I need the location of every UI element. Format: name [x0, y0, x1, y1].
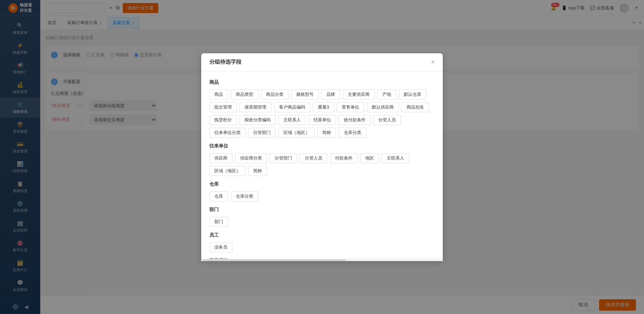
field-tag-往来单位分类[interactable]: 往来单位分类 [209, 128, 246, 138]
field-tag-重量3[interactable]: 重量3 [313, 102, 334, 112]
field-tag-仓库[interactable]: 仓库 [209, 191, 228, 201]
field-tag-区域-地区-[interactable]: 区域（地区） [209, 166, 246, 176]
field-tag-商品[interactable]: 商品 [209, 89, 228, 100]
field-group-warehouse: 仓库仓库分类 [209, 191, 435, 201]
field-tag-零售单位[interactable]: 零售单位 [337, 102, 364, 112]
field-tag-部门[interactable]: 部门 [209, 217, 228, 227]
field-tag-商品分类[interactable]: 商品分类 [261, 89, 288, 100]
field-tag-默认供应商[interactable]: 默认供应商 [367, 102, 399, 112]
field-tag-主联系人[interactable]: 主联系人 [278, 115, 306, 125]
field-tag-结算单位[interactable]: 结算单位 [309, 115, 336, 125]
field-tag-拣货积分[interactable]: 拣货积分 [209, 115, 237, 125]
field-tag-客户商品编码[interactable]: 客户商品编码 [274, 102, 310, 112]
section-title-warehouse: 仓库 [209, 181, 435, 187]
field-tag-付款条件[interactable]: 付款条件 [330, 153, 358, 163]
field-tag-默认仓库[interactable]: 默认仓库 [399, 89, 426, 100]
field-tag-分管部门[interactable]: 分管部门 [248, 128, 276, 138]
scrollbar-thumb [203, 259, 346, 261]
modal-horizontal-scrollbar[interactable] [201, 259, 443, 261]
field-tag-税收分类编码[interactable]: 税收分类编码 [239, 115, 276, 125]
field-tag-规格型号[interactable]: 规格型号 [291, 89, 319, 100]
field-tag-简称[interactable]: 简称 [317, 128, 336, 138]
field-tag-主联系人[interactable]: 主联系人 [382, 153, 409, 163]
field-tag-商品类型[interactable]: 商品类型 [231, 89, 258, 100]
modal-close-btn[interactable]: × [431, 59, 435, 66]
field-tag-品牌[interactable]: 品牌 [321, 89, 340, 100]
section-title-employee: 员工 [209, 232, 435, 238]
field-tag-仓库分类[interactable]: 仓库分类 [339, 128, 366, 138]
field-tag-收付款条件[interactable]: 收付款条件 [339, 115, 371, 125]
field-tag-保质期管理[interactable]: 保质期管理 [239, 102, 271, 112]
field-group-employee: 业务员 [209, 242, 435, 252]
field-tag-主要供应商[interactable]: 主要供应商 [343, 89, 375, 100]
field-tag-供应商[interactable]: 供应商 [209, 153, 232, 163]
modal-overlay: 分组待选字段 × 商品商品商品类型商品分类规格型号品牌主要供应商产地默认仓库批次… [0, 0, 644, 314]
section-title-goods: 商品 [209, 79, 435, 85]
field-tag-商品别名[interactable]: 商品别名 [401, 102, 429, 112]
modal-header: 分组待选字段 × [201, 53, 443, 71]
field-group-partner: 供应商供应商分类分管部门分管人员付款条件地区主联系人区域（地区）简称 [209, 153, 435, 176]
field-group-goods: 商品商品类型商品分类规格型号品牌主要供应商产地默认仓库批次管理保质期管理客户商品… [209, 89, 435, 138]
field-tag-分管人员[interactable]: 分管人员 [300, 153, 327, 163]
field-tag-产地[interactable]: 产地 [377, 89, 396, 100]
field-tag-地区[interactable]: 地区 [360, 153, 379, 163]
field-tag-简称[interactable]: 简称 [248, 166, 267, 176]
field-tag-区域-地区-[interactable]: 区域（地区） [278, 128, 315, 138]
field-tag-供应商分类[interactable]: 供应商分类 [235, 153, 267, 163]
section-title-partner: 往来单位 [209, 143, 435, 149]
section-title-department: 部门 [209, 207, 435, 213]
field-tag-业务员[interactable]: 业务员 [209, 242, 232, 252]
field-tag-分管部门[interactable]: 分管部门 [270, 153, 297, 163]
modal-dialog: 分组待选字段 × 商品商品商品类型商品分类规格型号品牌主要供应商产地默认仓库批次… [201, 53, 443, 261]
field-tag-批次管理[interactable]: 批次管理 [209, 102, 237, 112]
field-tag-分管人员[interactable]: 分管人员 [373, 115, 401, 125]
modal-title: 分组待选字段 [209, 59, 241, 66]
modal-body: 商品商品商品类型商品分类规格型号品牌主要供应商产地默认仓库批次管理保质期管理客户… [201, 71, 443, 259]
field-tag-仓库分类[interactable]: 仓库分类 [231, 191, 258, 201]
field-group-department: 部门 [209, 217, 435, 227]
